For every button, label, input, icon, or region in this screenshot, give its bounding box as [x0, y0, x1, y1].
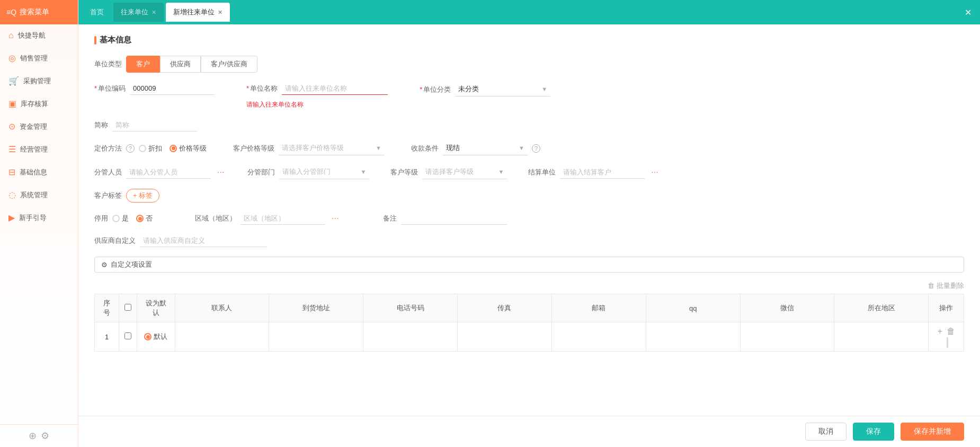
row-contact[interactable] — [175, 322, 269, 352]
radio-yes-label: 是 — [122, 214, 129, 223]
phone-input[interactable] — [369, 333, 452, 341]
email-input[interactable] — [557, 333, 640, 341]
unit-type-buttons: 客户 供应商 客户/供应商 — [126, 56, 257, 73]
row-email[interactable] — [551, 322, 646, 352]
col-fax: 传真 — [458, 294, 552, 322]
row-qq[interactable] — [646, 322, 740, 352]
close-all-tabs[interactable]: ✕ — [960, 5, 976, 20]
region-more-btn[interactable]: ··· — [329, 214, 341, 223]
sidebar-search[interactable]: ≡Q 搜索菜单 — [0, 0, 78, 24]
row-phone[interactable] — [363, 322, 458, 352]
row-address[interactable] — [269, 322, 363, 352]
sidebar-item-label: 经营管理 — [20, 145, 48, 154]
customer-tag-label: 客户标签 — [94, 191, 122, 200]
customer-level-label: 客户等级 — [390, 168, 418, 177]
row-region[interactable] — [834, 322, 929, 352]
tab-new-partner-close[interactable]: ✕ — [218, 9, 222, 16]
region-input[interactable] — [840, 333, 923, 341]
department-label: 分管部门 — [247, 168, 275, 177]
region-input[interactable] — [240, 212, 325, 225]
short-name-input[interactable] — [112, 119, 197, 132]
pricing-help-icon[interactable]: ? — [126, 144, 135, 153]
payment-help-icon[interactable]: ? — [532, 144, 540, 153]
sidebar-item-label: 新手引导 — [19, 213, 47, 223]
sidebar-item-operations[interactable]: ☰ 经营管理 — [0, 138, 78, 161]
type-btn-both[interactable]: 客户/供应商 — [201, 56, 257, 73]
row-wechat[interactable] — [740, 322, 834, 352]
sidebar-footer: ⊕ ⚙ — [0, 424, 78, 447]
chevron-down-icon: ▼ — [519, 145, 524, 151]
tab-new-partner-label: 新增往来单位 — [173, 7, 215, 17]
settlement-unit-input[interactable] — [560, 166, 645, 179]
select-all-checkbox[interactable] — [124, 304, 131, 311]
radio-discount[interactable]: 折扣 — [139, 144, 162, 153]
tab-partners-close[interactable]: ✕ — [152, 9, 156, 16]
customer-level-select[interactable]: 请选择客户等级 ▼ — [422, 165, 507, 179]
radio-yes[interactable]: 是 — [112, 214, 129, 223]
col-checkbox[interactable] — [119, 294, 137, 322]
scroll-handle[interactable] — [947, 337, 948, 348]
type-btn-customer[interactable]: 客户 — [126, 56, 160, 73]
remark-input[interactable] — [401, 212, 507, 225]
wechat-input[interactable] — [746, 333, 829, 341]
type-btn-supplier[interactable]: 供应商 — [160, 56, 201, 73]
row-default-label: 默认 — [154, 332, 167, 341]
save-and-new-button[interactable]: 保存并新增 — [901, 423, 964, 441]
sidebar-collapse-icon[interactable]: ⊕ — [29, 430, 37, 442]
customer-price-level-label: 客户价格等级 — [233, 144, 274, 153]
tab-home[interactable]: 首页 — [83, 3, 111, 22]
add-row-btn[interactable]: + — [937, 326, 943, 337]
manager-input[interactable] — [126, 166, 211, 179]
department-select[interactable]: 请输入分管部门 ▼ — [279, 165, 369, 179]
unit-category-select[interactable]: 未分类 ▼ — [455, 82, 550, 97]
sidebar-item-basic-info[interactable]: ⊟ 基础信息 — [0, 161, 78, 183]
sidebar-item-inventory[interactable]: ▣ 库存核算 — [0, 92, 78, 115]
unit-name-input[interactable] — [282, 82, 388, 95]
code-name-category-row: *单位编码 *单位名称 请输入往来单位名称 *单位分类 未分类 ▼ — [94, 82, 964, 109]
fax-input[interactable] — [463, 333, 546, 341]
row-actions: + 🗑 — [929, 322, 964, 352]
tab-new-partner[interactable]: 新增往来单位 ✕ — [166, 3, 230, 22]
sidebar-settings-icon[interactable]: ⚙ — [41, 430, 49, 442]
table-row: 1 默认 — [95, 322, 964, 352]
unit-code-input[interactable] — [130, 82, 215, 95]
sidebar-item-purchase[interactable]: 🛒 采购管理 — [0, 69, 78, 92]
operations-icon: ☰ — [8, 144, 16, 154]
basic-info-icon: ⊟ — [8, 167, 15, 177]
col-region: 所在地区 — [834, 294, 929, 322]
home-icon: ⌂ — [8, 31, 14, 40]
customer-price-level-select[interactable]: 请选择客户价格等级 ▼ — [279, 141, 385, 155]
add-tag-btn[interactable]: + 标签 — [126, 189, 159, 203]
delete-row-btn[interactable]: 🗑 — [946, 326, 956, 337]
qq-input[interactable] — [652, 333, 735, 341]
cancel-button[interactable]: 取消 — [805, 423, 847, 441]
radio-price-level[interactable]: 价格等级 — [170, 144, 207, 153]
tab-partners[interactable]: 往来单位 ✕ — [113, 3, 164, 22]
manager-field: 分管人员 ··· — [94, 166, 226, 179]
custom-settings-btn[interactable]: ⚙ 自定义项设置 — [94, 257, 964, 273]
batch-delete-btn[interactable]: 🗑 批量删除 — [94, 281, 964, 291]
save-button[interactable]: 保存 — [853, 423, 894, 441]
manager-more-btn[interactable]: ··· — [215, 168, 226, 177]
row-default-radio[interactable]: 默认 — [142, 332, 169, 341]
row-fax[interactable] — [458, 322, 552, 352]
contacts-table: 序号 设为默认 联系人 到货地址 电话号码 传真 邮箱 qq 微信 所在地区 操… — [94, 294, 964, 352]
sidebar-item-system[interactable]: ◌ 系统管理 — [0, 183, 78, 206]
address-input[interactable] — [274, 333, 358, 341]
form-content: 基本信息 单位类型 客户 供应商 客户/供应商 *单位编码 *单位名称 — [78, 24, 980, 416]
sidebar-item-quick-nav[interactable]: ⌂ 快捷导航 — [0, 24, 78, 47]
payment-terms-select[interactable]: 现结 ▼ — [443, 141, 528, 155]
sidebar-item-label: 基础信息 — [20, 168, 47, 177]
supplier-custom-input[interactable] — [140, 234, 267, 247]
radio-no[interactable]: 否 — [136, 214, 153, 223]
payment-terms-field: 收款条件 现结 ▼ ? — [411, 141, 540, 155]
row-select-checkbox[interactable] — [124, 332, 131, 339]
row-checkbox[interactable] — [119, 322, 137, 352]
sidebar-item-finance[interactable]: ⊙ 资金管理 — [0, 115, 78, 138]
contact-input[interactable] — [181, 333, 264, 341]
sidebar-item-guide[interactable]: ▶ 新手引导 — [0, 206, 78, 229]
search-icon: ≡Q — [6, 8, 16, 16]
department-field: 分管部门 请输入分管部门 ▼ — [247, 165, 369, 179]
sidebar-item-sales[interactable]: ◎ 销售管理 — [0, 47, 78, 69]
settlement-more-btn[interactable]: ··· — [649, 168, 660, 177]
